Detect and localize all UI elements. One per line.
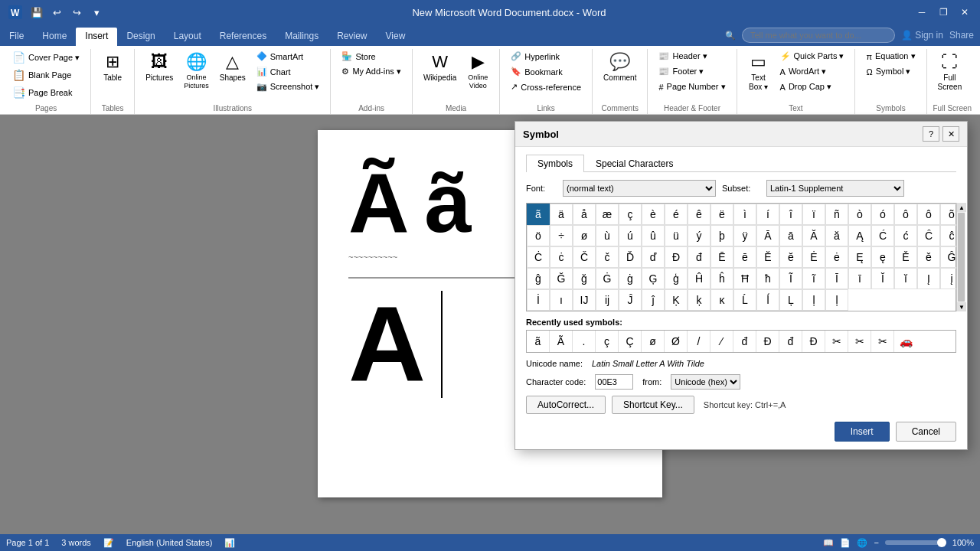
view-read-btn[interactable]: 📖 [823,538,834,548]
symbol-cell[interactable]: ĭ [894,268,917,289]
cancel-btn[interactable]: Cancel [896,422,956,442]
from-select[interactable]: Unicode (hex) [671,374,740,390]
symbol-cell[interactable]: ê [688,204,710,225]
recent-symbol-cell[interactable]: ç [596,331,619,352]
symbol-cell[interactable]: Ļ [779,289,802,311]
smartart-btn[interactable]: 🔷 SmartArt [252,49,325,64]
symbol-cell[interactable]: é [665,204,688,225]
close-btn[interactable]: ✕ [956,5,974,20]
symbol-cell[interactable]: Ġ [596,268,619,289]
recent-symbol-cell[interactable]: ✂ [871,331,894,352]
symbol-cell[interactable]: IJ [573,289,596,311]
scroll-thumb[interactable] [958,213,965,302]
recent-symbol-cell[interactable]: . [573,331,596,352]
symbol-cell[interactable]: ÿ [733,225,756,246]
symbol-cell[interactable]: Č [573,246,596,268]
symbol-cell[interactable]: þ [710,225,733,246]
shapes-btn[interactable]: △ Shapes [215,49,250,103]
grid-scrollbar[interactable]: ▲ ▼ [956,203,965,311]
zoom-level[interactable]: 100% [952,538,974,547]
symbol-cell[interactable]: Ģ [642,268,665,289]
symbol-cell[interactable]: ô [894,204,917,225]
symbol-cell[interactable]: ú [619,225,642,246]
symbol-cell[interactable]: ç [619,204,642,225]
symbol-cell[interactable]: Ğ [550,268,573,289]
symbol-cell[interactable]: ę [871,246,894,268]
bookmark-btn[interactable]: 🔖 Bookmark [506,64,586,79]
symbol-cell[interactable]: ċ [550,246,573,268]
recent-symbol-cell[interactable]: Đ [802,331,825,352]
symbol-cell[interactable]: ć [894,225,917,246]
recent-symbol-cell[interactable]: Ã [550,331,573,352]
header-btn[interactable]: 📰 Header ▾ [654,49,730,64]
recent-symbol-cell[interactable]: đ [733,331,756,352]
symbol-cell[interactable]: Ę [848,246,871,268]
symbol-cell[interactable]: ï [802,204,825,225]
symbol-cell[interactable]: Ĺ [733,289,756,311]
symbol-cell[interactable]: Ĵ [619,289,642,311]
symbol-cell[interactable]: Ě [894,246,917,268]
recent-symbol-cell[interactable]: ✂ [825,331,848,352]
redo-qa-btn[interactable]: ↪ [67,3,86,21]
symbol-cell[interactable]: č [596,246,619,268]
scroll-down-btn[interactable]: ▼ [957,302,966,311]
symbol-cell[interactable]: ñ [825,204,848,225]
symbol-cell[interactable]: Ĭ [871,268,894,289]
save-qa-btn[interactable]: 💾 [28,3,46,21]
recent-symbol-cell[interactable]: ø [642,331,665,352]
tab-file[interactable]: File [0,28,33,46]
symbol-cell[interactable]: ĕ [779,246,802,268]
symbol-cell[interactable]: ı [550,289,573,311]
language-indicator[interactable]: English (United States) [126,538,213,547]
symbol-cell[interactable]: Ė [802,246,825,268]
symbol-cell[interactable]: ĝ [527,268,550,289]
subset-select[interactable]: Latin-1 Supplement [766,180,904,197]
symbol-cell[interactable]: ļ [825,289,848,311]
tab-special-chars[interactable]: Special Characters [584,155,684,172]
symbol-dialog[interactable]: Symbol ? ✕ Symbols Special Characters Fo… [514,121,968,450]
tab-insert[interactable]: Insert [76,28,117,46]
footer-btn[interactable]: 📰 Footer ▾ [654,64,730,79]
quick-parts-btn[interactable]: ⚡ Quick Parts ▾ [776,49,849,64]
scroll-up-btn[interactable]: ▲ [957,203,966,212]
drop-cap-btn[interactable]: A Drop Cap ▾ [776,80,849,94]
minimize-btn[interactable]: ─ [913,5,931,20]
symbol-cell[interactable]: Ĥ [688,268,710,289]
symbol-cell[interactable]: Ķ [665,289,688,311]
recent-symbol-cell[interactable]: đ [779,331,802,352]
symbol-cell[interactable]: ě [917,246,940,268]
symbol-cell[interactable]: ĸ [710,289,733,311]
tab-review[interactable]: Review [328,28,376,46]
symbol-cell[interactable]: ã [527,204,550,225]
symbol-cell[interactable]: ø [573,225,596,246]
wordart-btn[interactable]: A WordArt ▾ [776,64,849,79]
zoom-out-btn[interactable]: − [874,538,878,547]
recent-symbol-cell[interactable]: 🚗 [894,331,917,352]
tab-layout[interactable]: Layout [165,28,211,46]
symbol-cell[interactable]: Ĩ [779,268,802,289]
symbol-cell[interactable]: ö [527,225,550,246]
online-pictures-btn[interactable]: 🌐 OnlinePictures [179,49,214,103]
recent-symbol-cell[interactable]: ✂ [848,331,871,352]
symbol-cell[interactable]: ħ [756,268,779,289]
symbol-cell[interactable]: î [779,204,802,225]
symbol-cell[interactable]: Ĕ [756,246,779,268]
text-box-btn[interactable]: ▭ TextBox ▾ [743,49,774,103]
symbol-cell[interactable]: Ī [825,268,848,289]
hyperlink-btn[interactable]: 🔗 Hyperlink [506,49,586,64]
symbol-cell[interactable]: ė [825,246,848,268]
char-code-input[interactable] [595,374,633,390]
symbol-cell[interactable]: Ĉ [917,225,940,246]
comment-btn[interactable]: 💬 Comment [599,49,641,103]
symbol-cell[interactable]: ò [848,204,871,225]
symbol-cell[interactable]: Į [917,268,940,289]
tab-design[interactable]: Design [117,28,164,46]
symbol-cell[interactable]: æ [596,204,619,225]
share-btn[interactable]: Share [949,30,974,41]
page-number-btn[interactable]: # Page Number ▾ [654,80,730,94]
symbol-cell[interactable]: Ā [756,225,779,246]
symbol-cell[interactable]: û [642,225,665,246]
symbol-cell[interactable]: ô [917,204,940,225]
symbol-cell[interactable]: İ [527,289,550,311]
view-web-btn[interactable]: 🌐 [857,538,867,548]
